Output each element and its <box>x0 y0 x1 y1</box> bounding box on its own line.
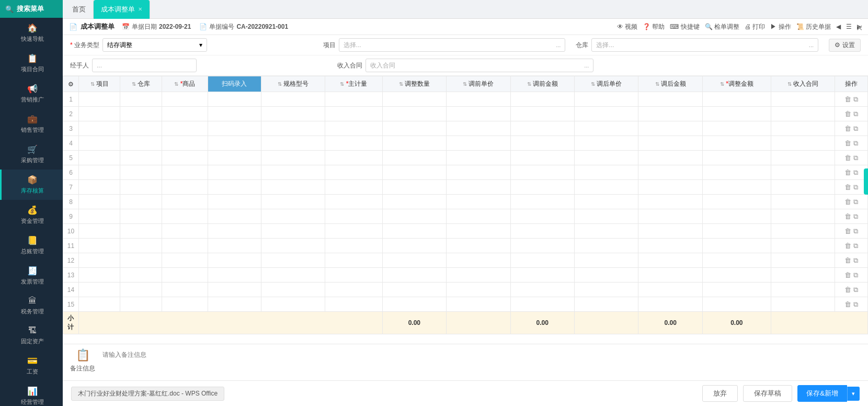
cell-income-contract[interactable] <box>771 92 835 107</box>
cell-unit[interactable] <box>325 180 382 195</box>
view-action[interactable]: 👁 视频 <box>617 22 637 31</box>
cell-post-amount[interactable] <box>638 253 702 268</box>
sidebar-item-ledger-mgmt[interactable]: 📒 总账管理 <box>0 230 63 261</box>
cell-unit[interactable] <box>325 268 382 283</box>
cell-adj-qty[interactable] <box>382 297 446 312</box>
cell-income-contract[interactable] <box>771 136 835 151</box>
cell-post-amount[interactable] <box>638 297 702 312</box>
cell-warehouse[interactable] <box>120 180 162 195</box>
cell-income-contract[interactable] <box>771 121 835 136</box>
cell-warehouse[interactable] <box>120 107 162 121</box>
col-header-scan[interactable]: 扫码录入 <box>208 76 261 92</box>
cell-post-price[interactable] <box>575 136 638 151</box>
cell-pre-price[interactable] <box>447 121 510 136</box>
cell-post-price[interactable] <box>575 121 638 136</box>
cell-project[interactable] <box>79 297 120 312</box>
cell-post-amount[interactable] <box>638 209 702 224</box>
delete-icon[interactable]: 🗑 <box>844 139 851 148</box>
cell-warehouse[interactable] <box>120 297 162 312</box>
cell-adj-amount[interactable] <box>702 165 771 180</box>
delete-icon[interactable]: 🗑 <box>844 256 851 265</box>
tab-cost-adjustment[interactable]: 成本调整单 ✕ <box>94 0 150 19</box>
right-edge-indicator[interactable] <box>864 168 868 195</box>
cell-warehouse[interactable] <box>120 239 162 253</box>
help-action[interactable]: ❓ 帮助 <box>643 22 665 31</box>
cell-project[interactable] <box>79 121 120 136</box>
cell-project[interactable] <box>79 136 120 151</box>
cell-income-contract[interactable] <box>771 253 835 268</box>
cell-scan[interactable] <box>208 165 261 180</box>
cell-pre-price[interactable] <box>447 209 510 224</box>
cell-adj-amount[interactable] <box>702 268 771 283</box>
cell-post-price[interactable] <box>575 165 638 180</box>
sidebar-item-inventory[interactable]: 📦 库存核算 <box>0 170 63 200</box>
cell-pre-amount[interactable] <box>510 92 574 107</box>
cell-income-contract[interactable] <box>771 209 835 224</box>
cell-adj-amount[interactable] <box>702 151 771 165</box>
cell-pre-price[interactable] <box>447 224 510 239</box>
cell-scan[interactable] <box>208 268 261 283</box>
copy-icon[interactable]: ⧉ <box>853 110 858 118</box>
cell-spec[interactable] <box>261 136 325 151</box>
cell-unit[interactable] <box>325 209 382 224</box>
cell-post-amount[interactable] <box>638 268 702 283</box>
tab-close-icon[interactable]: ✕ <box>138 6 142 12</box>
cell-pre-price[interactable] <box>447 92 510 107</box>
settings-button[interactable]: ⚙ 设置 <box>829 39 861 52</box>
cell-project[interactable] <box>79 195 120 209</box>
copy-icon[interactable]: ⧉ <box>853 125 858 133</box>
cell-spec[interactable] <box>261 209 325 224</box>
cell-post-amount[interactable] <box>638 180 702 195</box>
cell-pre-price[interactable] <box>447 239 510 253</box>
cell-warehouse[interactable] <box>120 195 162 209</box>
cell-income-contract[interactable] <box>771 151 835 165</box>
cell-goods[interactable] <box>162 151 208 165</box>
cell-income-contract[interactable] <box>771 224 835 239</box>
cell-scan[interactable] <box>208 180 261 195</box>
cell-goods[interactable] <box>162 239 208 253</box>
income-contract-select[interactable]: 收入合同 ... <box>366 59 594 72</box>
cell-scan[interactable] <box>208 253 261 268</box>
cell-goods[interactable] <box>162 297 208 312</box>
cell-spec[interactable] <box>261 297 325 312</box>
copy-icon[interactable]: ⧉ <box>853 95 858 104</box>
cell-post-amount[interactable] <box>638 165 702 180</box>
cell-post-price[interactable] <box>575 151 638 165</box>
cell-unit[interactable] <box>325 239 382 253</box>
copy-icon[interactable]: ⧉ <box>853 212 858 221</box>
cell-goods[interactable] <box>162 268 208 283</box>
cell-adj-qty[interactable] <box>382 224 446 239</box>
cell-scan[interactable] <box>208 107 261 121</box>
cell-adj-amount[interactable] <box>702 253 771 268</box>
sidebar-item-tax-mgmt[interactable]: 🏛 税务管理 <box>0 291 63 321</box>
cell-adj-amount[interactable] <box>702 283 771 297</box>
warehouse-select[interactable]: 选择... ... <box>591 38 818 52</box>
cell-adj-qty[interactable] <box>382 136 446 151</box>
cell-warehouse[interactable] <box>120 224 162 239</box>
cell-goods[interactable] <box>162 224 208 239</box>
delete-icon[interactable]: 🗑 <box>844 125 851 133</box>
cell-goods[interactable] <box>162 121 208 136</box>
cell-pre-amount[interactable] <box>510 283 574 297</box>
cell-pre-amount[interactable] <box>510 136 574 151</box>
cell-unit[interactable] <box>325 151 382 165</box>
biz-type-select[interactable]: 结存调整 ▾ <box>102 38 207 52</box>
cell-warehouse[interactable] <box>120 268 162 283</box>
cell-post-price[interactable] <box>575 107 638 121</box>
cell-adj-amount[interactable] <box>702 297 771 312</box>
cell-adj-amount[interactable] <box>702 121 771 136</box>
cell-adj-amount[interactable] <box>702 224 771 239</box>
cell-pre-price[interactable] <box>447 297 510 312</box>
cell-spec[interactable] <box>261 195 325 209</box>
cell-unit[interactable] <box>325 107 382 121</box>
handler-select[interactable]: ... <box>92 59 197 72</box>
cell-income-contract[interactable] <box>771 180 835 195</box>
cell-warehouse[interactable] <box>120 209 162 224</box>
cell-post-price[interactable] <box>575 253 638 268</box>
cell-project[interactable] <box>79 180 120 195</box>
cell-scan[interactable] <box>208 224 261 239</box>
cell-goods[interactable] <box>162 136 208 151</box>
cell-post-amount[interactable] <box>638 107 702 121</box>
nav-list-btn[interactable]: ☰ <box>846 23 852 30</box>
cell-post-amount[interactable] <box>638 151 702 165</box>
